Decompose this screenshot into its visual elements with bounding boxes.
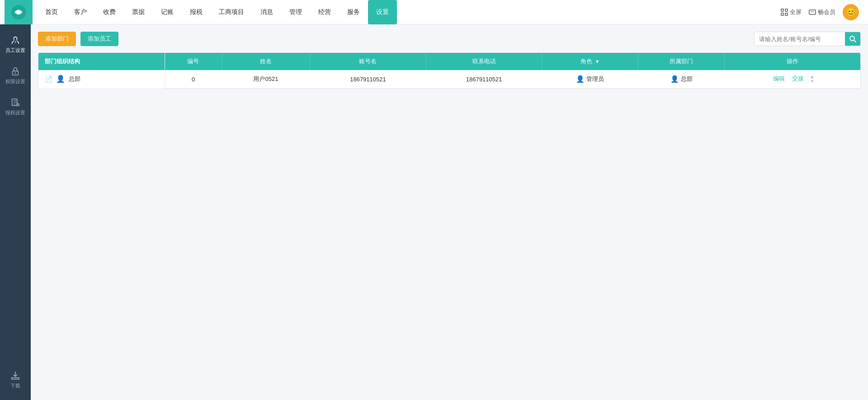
file-icon: 📄	[45, 75, 52, 83]
svg-rect-4	[781, 13, 783, 15]
nav-item-tax[interactable]: 报税	[182, 0, 211, 24]
search-input[interactable]	[755, 36, 845, 42]
nav-item-operation[interactable]: 经营	[310, 0, 339, 24]
nav-logo	[5, 0, 33, 24]
nav-item-message[interactable]: 消息	[252, 0, 281, 24]
sidebar-item-taxsettings[interactable]: 报税设置	[0, 91, 31, 122]
role-user-icon: 👤	[576, 75, 585, 83]
nav-item-manage[interactable]: 管理	[281, 0, 310, 24]
role-header-label: 角色	[580, 58, 592, 65]
dept-value: 总部	[681, 75, 693, 83]
svg-rect-6	[809, 10, 816, 14]
avatar-icon: 😊	[846, 7, 856, 17]
sidebar-taxsettings-label: 报税设置	[5, 109, 25, 116]
nav-item-fee[interactable]: 收费	[95, 0, 124, 24]
svg-point-1	[17, 10, 20, 14]
main-nav: 首页 客户 收费 票据 记账 报税 工商项目 消息 管理 经营 服务 设置	[33, 0, 781, 24]
cell-account: 18679110521	[310, 70, 426, 89]
toolbar: 添加部门 添加员工	[38, 32, 861, 46]
nav-item-bookkeeping[interactable]: 记账	[153, 0, 182, 24]
sidebar-item-employee[interactable]: 员工设置	[0, 29, 31, 60]
svg-rect-3	[785, 9, 788, 11]
vip-label: 畅会员	[818, 8, 835, 16]
role-badge: 👤 管理员	[576, 75, 604, 83]
dept-tree-item-general[interactable]: 📄 👤 总部	[38, 70, 165, 88]
svg-rect-2	[781, 9, 783, 11]
svg-point-8	[14, 37, 17, 40]
user-avatar[interactable]: 😊	[843, 4, 859, 20]
nav-item-settings[interactable]: 设置	[368, 0, 397, 24]
svg-line-19	[854, 40, 856, 42]
download-icon	[10, 371, 20, 381]
search-icon	[849, 35, 856, 42]
main-content: 添加部门 添加员工 部门组织结构 📄 👤 总部	[31, 24, 868, 400]
cell-id: 0	[165, 70, 222, 89]
col-header-role[interactable]: 角色 ▼	[542, 53, 638, 70]
dept-user-icon: 👤	[56, 75, 65, 83]
search-button[interactable]	[845, 32, 860, 46]
nav-item-client[interactable]: 客户	[66, 0, 95, 24]
svg-rect-17	[12, 378, 19, 380]
col-header-dept: 所属部门	[638, 53, 725, 70]
col-header-phone: 联系电话	[426, 53, 542, 70]
svg-point-12	[15, 72, 16, 74]
dept-tree-header: 部门组织结构	[38, 53, 165, 70]
dept-name: 总部	[69, 75, 80, 83]
dept-tree: 部门组织结构 📄 👤 总部	[38, 53, 165, 89]
col-header-name: 姓名	[222, 53, 310, 70]
add-employee-button[interactable]: 添加员工	[80, 32, 118, 46]
dept-user-icon-cell: 👤	[670, 75, 679, 83]
nav-item-invoice[interactable]: 票据	[124, 0, 153, 24]
permission-icon	[10, 66, 20, 76]
sidebar-permission-label: 权限设置	[5, 78, 25, 85]
search-box	[754, 32, 861, 46]
employee-icon	[10, 35, 20, 45]
top-nav: 首页 客户 收费 票据 记账 报税 工商项目 消息 管理 经营 服务 设置 全屏	[0, 0, 868, 24]
nav-right: 全屏 畅会员 😊	[781, 4, 863, 20]
vip-icon	[809, 9, 816, 16]
fullscreen-label: 全屏	[790, 8, 802, 16]
sidebar-employee-label: 员工设置	[5, 47, 25, 54]
add-dept-button[interactable]: 添加部门	[38, 32, 76, 46]
edit-action[interactable]: 编辑	[773, 75, 785, 82]
nav-item-business[interactable]: 工商项目	[211, 0, 252, 24]
app-layout: 员工设置 权限设置 报税设置	[0, 24, 868, 400]
svg-rect-5	[785, 13, 788, 15]
role-value: 管理员	[586, 75, 604, 83]
sidebar-bottom: 下载	[0, 364, 31, 400]
col-header-action: 操作	[725, 53, 860, 70]
col-header-id: 编号	[165, 53, 222, 70]
row-scroll-arrows[interactable]: ▲ ▼	[810, 75, 815, 84]
cell-phone: 18679110521	[426, 70, 542, 89]
table-row: 0 用户0521 18679110521 18679110521 👤 管理员	[165, 70, 860, 89]
dept-badge: 👤 总部	[670, 75, 693, 83]
cell-role: 👤 管理员	[542, 70, 638, 89]
employee-table: 编号 姓名 账号名 联系电话 角色 ▼ 所属部门 操作	[165, 53, 860, 89]
content-area: 部门组织结构 📄 👤 总部 编号 姓名 账号名 联系电话	[38, 52, 861, 89]
table-header-row: 编号 姓名 账号名 联系电话 角色 ▼ 所属部门 操作	[165, 53, 860, 70]
transfer-action[interactable]: 交接	[792, 75, 804, 82]
col-header-account: 账号名	[310, 53, 426, 70]
employee-table-container: 编号 姓名 账号名 联系电话 角色 ▼ 所属部门 操作	[165, 53, 860, 89]
sidebar: 员工设置 权限设置 报税设置	[0, 24, 31, 400]
vip-button[interactable]: 畅会员	[809, 8, 835, 16]
sidebar-download-label: 下载	[10, 382, 20, 389]
cell-name: 用户0521	[222, 70, 310, 89]
taxsettings-icon	[10, 98, 20, 108]
nav-item-home[interactable]: 首页	[37, 0, 66, 24]
sidebar-item-permission[interactable]: 权限设置	[0, 60, 31, 91]
role-filter-icon[interactable]: ▼	[595, 59, 600, 64]
scroll-down-arrow[interactable]: ▼	[810, 79, 815, 84]
sidebar-download[interactable]: 下载	[0, 364, 31, 395]
cell-dept: 👤 总部	[638, 70, 725, 89]
fullscreen-button[interactable]: 全屏	[781, 8, 802, 16]
cell-actions: 编辑 交接 ▲ ▼	[725, 70, 860, 89]
nav-item-service[interactable]: 服务	[339, 0, 368, 24]
fullscreen-icon	[781, 9, 788, 16]
